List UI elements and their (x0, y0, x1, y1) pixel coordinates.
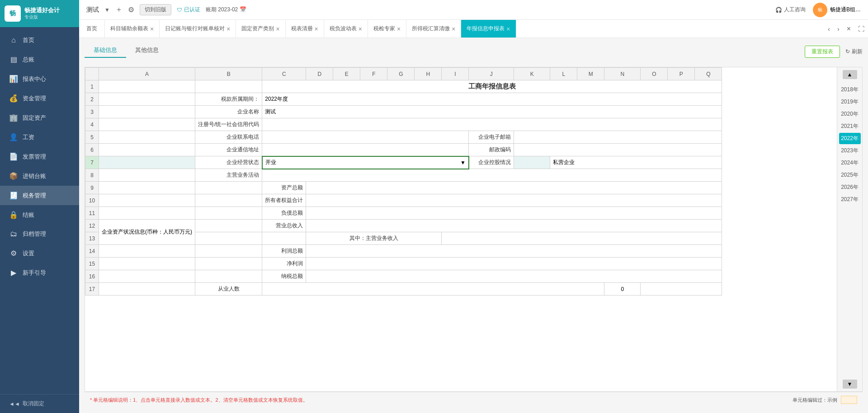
cell-17n[interactable]: 0 (604, 283, 641, 296)
tab-journal[interactable]: 日记账与银行对账单核对 × (160, 20, 236, 38)
cell-5c[interactable] (262, 131, 469, 144)
cell-6k[interactable] (514, 144, 722, 156)
topbar-dropdown-icon[interactable]: ▼ (104, 7, 110, 13)
cell-11a (99, 207, 195, 220)
tab-close-income[interactable]: × (452, 25, 455, 33)
cell-2c[interactable]: 2022年度 (262, 93, 722, 106)
cell-6c[interactable] (262, 144, 469, 156)
cell-12d[interactable] (306, 220, 722, 232)
sidebar-item-finance[interactable]: 💰 资金管理 (0, 89, 79, 108)
refresh-button[interactable]: ↻ 刷新 (845, 48, 863, 56)
year-2020[interactable]: 2020年 (839, 108, 861, 120)
tab-aux[interactable]: 科目辅助余额表 × (105, 20, 160, 38)
cell-10d[interactable] (306, 194, 722, 207)
side-down-arrow-button[interactable]: ▼ (843, 380, 857, 389)
tab-close-taxwave[interactable]: × (359, 25, 362, 33)
sidebar-item-report[interactable]: 📊 报表中心 (0, 69, 79, 89)
col-header-h: H (415, 68, 442, 80)
tab-taxcheck[interactable]: 税检专家 × (368, 20, 406, 38)
cell-1-title[interactable]: 工商年报信息表 (262, 80, 722, 93)
cell-4c[interactable] (262, 118, 722, 131)
year-2019[interactable]: 2019年 (839, 96, 861, 108)
year-2018[interactable]: 2018年 (839, 84, 861, 95)
tab-close-aux[interactable]: × (150, 25, 154, 33)
year-2026[interactable]: 2026年 (839, 182, 861, 193)
user-menu-button[interactable]: 畅 畅捷通B组… (813, 3, 861, 17)
cell-17b: 从业人数 (195, 283, 262, 296)
col-header-a: A (99, 68, 195, 80)
cell-14d[interactable] (306, 245, 722, 258)
expand-view-button[interactable]: ⛶ (854, 25, 868, 33)
cell-15d[interactable] (306, 258, 722, 270)
tab-close-annual[interactable]: × (506, 25, 510, 33)
year-2027[interactable]: 2027年 (839, 194, 861, 205)
cell-12c: 营业总收入 (262, 220, 306, 232)
spreadsheet-main[interactable]: A B C D E F G H I J K L (85, 67, 837, 391)
tab-taxform[interactable]: 税表清册 × (286, 20, 324, 38)
footer-right: 单元格编辑过：示例 (793, 396, 857, 404)
sidebar-item-guide[interactable]: ▶ 新手引导 (0, 263, 79, 282)
tab-assets[interactable]: 固定资产类别 × (236, 20, 285, 38)
year-2021[interactable]: 2021年 (839, 121, 861, 132)
tab-income[interactable]: 所得税汇算清缴 × (406, 20, 461, 38)
cell-9d[interactable] (306, 182, 722, 194)
reset-report-button[interactable]: 重置报表 (805, 46, 840, 58)
cell-4b: 注册号/统一社会信用代码 (195, 118, 262, 131)
service-button[interactable]: 🎧 人工咨询 (775, 6, 806, 14)
tab-close-taxform[interactable]: × (315, 25, 318, 33)
cell-10a (99, 194, 195, 207)
sidebar-item-home[interactable]: ⌂ 首页 (0, 31, 79, 50)
cell-15c: 净利润 (262, 258, 306, 270)
dropdown-arrow-icon[interactable]: ▼ (460, 160, 466, 166)
topbar-right: 🎧 人工咨询 畅 畅捷通B组… (775, 3, 861, 17)
year-2022[interactable]: 2022年 (839, 133, 861, 144)
tab-taxwave[interactable]: 税负波动表 × (324, 20, 368, 38)
cell-7a (99, 156, 195, 169)
sidebar-item-assets[interactable]: 🏢 固定资产 (0, 108, 79, 127)
year-list: 2018年 2019年 2020年 2021年 2022年 2023年 2024… (837, 82, 862, 377)
year-2025[interactable]: 2025年 (839, 169, 861, 181)
cell-16d[interactable] (306, 270, 722, 283)
sub-tab-basic[interactable]: 基础信息 (85, 43, 126, 58)
side-up-arrow-button[interactable]: ▲ (843, 70, 857, 79)
sidebar-item-settings[interactable]: ⚙ 设置 (0, 244, 79, 263)
cell-17o[interactable] (641, 283, 722, 296)
tab-home[interactable]: 首页 (79, 20, 105, 38)
dropdown-value: 开业 (265, 159, 276, 166)
cell-7l[interactable]: 私营企业 (550, 156, 722, 169)
tab-close-taxcheck[interactable]: × (397, 25, 401, 33)
tab-annual[interactable]: 年报信息申报表 × (461, 20, 516, 38)
sidebar-item-ledger[interactable]: ▤ 总账 (0, 50, 79, 69)
topbar-add-button[interactable]: ＋ (115, 5, 123, 14)
cell-7c[interactable]: 开业 ▼ (262, 156, 469, 169)
tab-scroll-left-button[interactable]: ‹ (824, 25, 834, 33)
tab-scroll-right-button[interactable]: › (834, 25, 843, 33)
cell-3c[interactable]: 测试 (262, 106, 722, 118)
sidebar-item-inventory[interactable]: 📦 进销台账 (0, 166, 79, 186)
sidebar-item-archive[interactable]: 🗂 归档管理 (0, 225, 79, 244)
sidebar-item-invoice[interactable]: 📄 发票管理 (0, 147, 79, 166)
table-row: 7 企业经营状态 开业 ▼ 企业控股情况 (85, 156, 722, 169)
cell-13i[interactable] (442, 232, 722, 245)
sidebar-item-close[interactable]: 🔒 结账 (0, 205, 79, 225)
tab-close-assets[interactable]: × (276, 25, 279, 33)
sidebar-item-tax[interactable]: 🧾 税务管理 (0, 186, 79, 205)
cell-5k[interactable] (514, 131, 722, 144)
cell-11d[interactable] (306, 207, 722, 220)
switch-old-version-button[interactable]: 切到旧版 (140, 4, 171, 15)
tab-close-journal[interactable]: × (226, 25, 230, 33)
sidebar-collapse-button[interactable]: ◄◄ 取消固定 (0, 394, 79, 413)
year-2023[interactable]: 2023年 (839, 145, 861, 156)
cell-4a (99, 118, 195, 131)
page: 基础信息 其他信息 重置报表 ↻ 刷新 (79, 38, 868, 413)
year-2024[interactable]: 2024年 (839, 157, 861, 169)
cell-11c: 负债总额 (262, 207, 306, 220)
topbar-settings-button[interactable]: ⚙ (128, 5, 134, 14)
cell-8c[interactable] (262, 169, 722, 182)
sub-tab-other[interactable]: 其他信息 (126, 43, 168, 58)
page-actions: 重置报表 ↻ 刷新 (805, 46, 863, 58)
close-all-tabs-button[interactable]: × (843, 25, 854, 33)
cell-13c (262, 232, 306, 245)
sidebar-item-salary[interactable]: 👤 工资 (0, 127, 79, 147)
cell-17c[interactable] (262, 283, 604, 296)
